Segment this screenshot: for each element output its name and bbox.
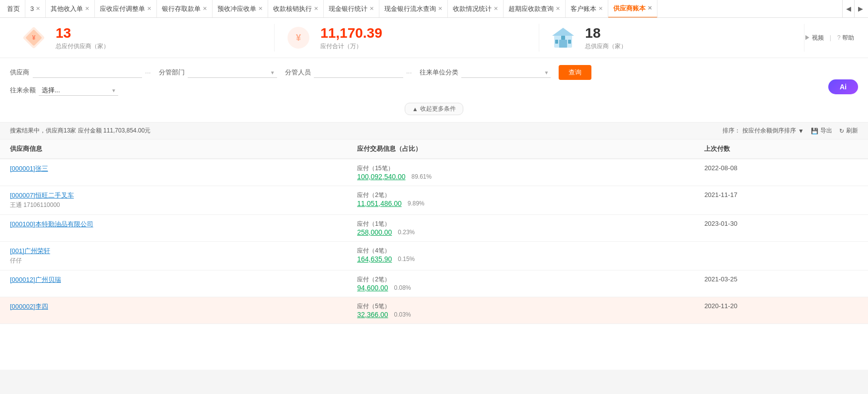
- export-label: 导出: [820, 127, 832, 135]
- tx-amount[interactable]: 100,092,540.00: [357, 173, 405, 181]
- nav-tab-collection-exec[interactable]: 收款核销执行 ✕: [268, 0, 324, 18]
- query-button[interactable]: 查询: [559, 65, 591, 80]
- col-tx-info: 应付交易信息（占比）: [347, 139, 694, 159]
- nav-tab-cash-bank-flow-label: 现金银行流水查询: [384, 4, 436, 13]
- nav-tab-advance-write-off[interactable]: 预收冲应收单 ✕: [213, 0, 268, 18]
- nav-tab-overdue-ar[interactable]: 超期应收款查询 ✕: [504, 0, 566, 18]
- nav-prev-button[interactable]: ◀: [842, 0, 854, 18]
- dept-label: 分管部门: [159, 68, 185, 77]
- tx-amount-row: 164,635.900.15%: [357, 255, 684, 263]
- nav-tab-customer-ledger[interactable]: 客户账本 ✕: [566, 0, 608, 18]
- supplier-link[interactable]: [000100]本特勤油品有限公司: [10, 220, 93, 228]
- close-icon[interactable]: ✕: [314, 5, 318, 12]
- supplier-input[interactable]: [33, 67, 142, 78]
- supplier-link[interactable]: [001]广州荣轩: [10, 247, 50, 255]
- nav-tab-home[interactable]: 首页: [2, 0, 25, 18]
- sort-button[interactable]: 排序： 按应付余额倒序排序 ▼: [723, 127, 804, 135]
- supplier-dots-button[interactable]: ···: [145, 68, 151, 76]
- ai-assistant-button[interactable]: Ai: [828, 79, 858, 94]
- last-payment-cell: 2023-01-30: [694, 215, 868, 242]
- tx-amount[interactable]: 11,051,486.00: [357, 199, 402, 207]
- supplier-link[interactable]: [000007]恒旺二手叉车: [10, 192, 74, 199]
- person-input[interactable]: [314, 67, 403, 78]
- tx-cell: 应付（4笔）164,635.900.15%: [347, 242, 694, 270]
- close-icon[interactable]: ✕: [203, 5, 207, 12]
- tx-amount[interactable]: 94,600.00: [357, 284, 388, 292]
- summary-top-right: ▶ 视频 | ? 帮助: [804, 34, 859, 42]
- nav-tab-supplier-ledger-label: 供应商账本: [613, 4, 646, 13]
- person-dots-button[interactable]: ···: [406, 68, 412, 76]
- collapse-button[interactable]: ▲ 收起更多条件: [405, 103, 463, 115]
- filter-dept: 分管部门 ▼: [159, 67, 277, 78]
- close-icon[interactable]: ✕: [85, 5, 89, 12]
- nav-tab-3[interactable]: 3 ✕: [25, 0, 46, 18]
- close-icon[interactable]: ✕: [258, 5, 263, 12]
- col-supplier-info: 供应商信息: [0, 139, 347, 159]
- refresh-label: 刷新: [846, 127, 858, 135]
- supplier-link[interactable]: [000001]张三: [10, 165, 48, 172]
- close-icon[interactable]: ✕: [36, 5, 40, 12]
- close-icon[interactable]: ✕: [147, 5, 151, 12]
- result-actions: 排序： 按应付余额倒序排序 ▼ 💾 导出 ↻ 刷新: [723, 127, 858, 135]
- payable-suppliers-label: 总应付供应商（家）: [56, 42, 109, 51]
- nav-tab-bank-deposit[interactable]: 银行存取款单 ✕: [157, 0, 213, 18]
- filter-row-1: 供应商 ··· 分管部门 ▼ 分管人员 ··· 往来单位分类: [10, 65, 858, 80]
- sort-value: 按应付余额倒序排序: [742, 127, 796, 135]
- nav-tab-collection-stat-label: 收款情况统计: [453, 4, 492, 13]
- payable-total-icon: ¥: [285, 24, 312, 52]
- close-icon[interactable]: ✕: [556, 5, 560, 12]
- tx-label: 应付（4笔）: [357, 247, 684, 255]
- tx-amount[interactable]: 258,000.00: [357, 228, 392, 236]
- nav-bar: 首页 3 ✕ 其他收入单 ✕ 应收应付调整单 ✕ 银行存取款单 ✕ 预收冲应收单…: [0, 0, 868, 18]
- collapse-label: 收起更多条件: [420, 105, 456, 113]
- sort-arrow-icon: ▼: [798, 128, 804, 134]
- result-bar: 搜索结果中，供应商13家 应付金额 111,703,854.00元 排序： 按应…: [0, 123, 868, 139]
- table-row: [000012]广州贝瑞应付（2笔）94,600.000.08%2021-03-…: [0, 270, 868, 297]
- balance-select-wrap: 选择... ▼: [39, 85, 118, 96]
- nav-tab-cash-bank-flow[interactable]: 现金银行流水查询 ✕: [379, 0, 448, 18]
- supplier-link[interactable]: [000002]李四: [10, 303, 48, 310]
- close-icon[interactable]: ✕: [598, 5, 603, 12]
- close-icon[interactable]: ✕: [438, 5, 442, 12]
- dept-select[interactable]: [188, 67, 277, 78]
- balance-select[interactable]: 选择...: [39, 85, 118, 96]
- svg-rect-7: [559, 40, 567, 48]
- tx-cell: 应付（1笔）258,000.000.23%: [347, 215, 694, 242]
- table-row: [000001]张三应付（15笔）100,092,540.0089.61%202…: [0, 159, 868, 186]
- supplier-cell: [000012]广州贝瑞: [0, 270, 347, 297]
- refresh-button[interactable]: ↻ 刷新: [839, 127, 858, 135]
- close-icon[interactable]: ✕: [494, 5, 498, 12]
- person-label: 分管人员: [285, 68, 311, 77]
- video-link[interactable]: ▶ 视频: [804, 34, 824, 42]
- close-icon[interactable]: ✕: [369, 5, 374, 12]
- summary-card-payable-total: ¥ 11,170.39 应付合计（万）: [275, 24, 539, 52]
- table-row: [000007]恒旺二手叉车王通 17106110000应付（2笔）11,051…: [0, 186, 868, 215]
- tx-cell: 应付（2笔）94,600.000.08%: [347, 270, 694, 297]
- nav-tab-collection-exec-label: 收款核销执行: [273, 4, 312, 13]
- filter-balance: 往来余额 选择... ▼: [10, 85, 118, 96]
- help-link[interactable]: ? 帮助: [837, 34, 854, 42]
- supplier-link[interactable]: [000012]广州贝瑞: [10, 276, 61, 283]
- close-icon[interactable]: ✕: [648, 5, 652, 11]
- tx-cell: 应付（2笔）11,051,486.009.89%: [347, 186, 694, 215]
- tx-label: 应付（5笔）: [357, 302, 684, 311]
- supplier-table: 供应商信息 应付交易信息（占比） 上次付数 [000001]张三应付（15笔）1…: [0, 139, 868, 324]
- tx-percentage: 0.23%: [398, 229, 415, 236]
- nav-tab-cash-bank-stat[interactable]: 现金银行统计 ✕: [324, 0, 379, 18]
- nav-tab-ar-ap-adjust[interactable]: 应收应付调整单 ✕: [95, 0, 157, 18]
- nav-next-button[interactable]: ▶: [854, 0, 866, 18]
- category-select[interactable]: [461, 67, 551, 78]
- tx-amount[interactable]: 32,366.00: [357, 311, 388, 319]
- export-button[interactable]: 💾 导出: [811, 127, 832, 135]
- export-icon: 💾: [811, 128, 818, 134]
- svg-rect-9: [555, 40, 558, 44]
- nav-arrows: ◀ ▶: [842, 0, 866, 18]
- nav-tab-other-income[interactable]: 其他收入单 ✕: [46, 0, 95, 18]
- refresh-icon: ↻: [839, 128, 844, 134]
- summary-card1-info: 13 总应付供应商（家）: [56, 25, 109, 51]
- result-info-text: 搜索结果中，供应商13家 应付金额 111,703,854.00元: [10, 127, 150, 135]
- tx-amount[interactable]: 164,635.90: [357, 255, 392, 263]
- nav-tab-supplier-ledger[interactable]: 供应商账本 ✕: [608, 0, 657, 18]
- nav-tab-collection-stat[interactable]: 收款情况统计 ✕: [448, 0, 504, 18]
- col-last-payment: 上次付数: [694, 139, 868, 159]
